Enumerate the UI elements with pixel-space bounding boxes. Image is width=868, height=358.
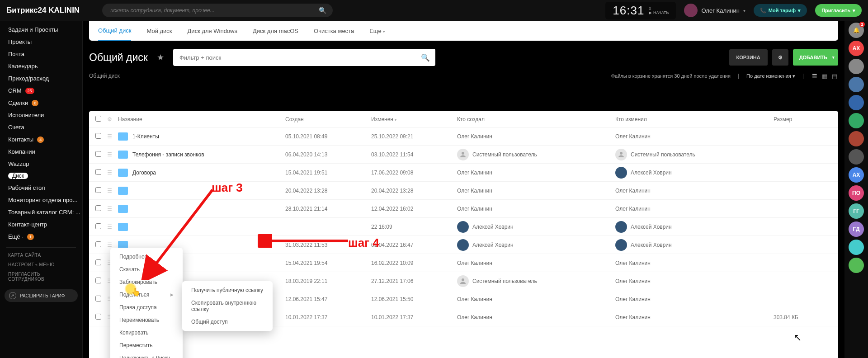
table-row[interactable]: ☰Телефония - записи звонков06.04.2020 14… xyxy=(89,146,838,164)
settings-button[interactable]: ⚙ xyxy=(772,49,788,66)
select-all-checkbox[interactable] xyxy=(95,116,101,122)
tab[interactable]: Общий диск xyxy=(98,21,131,41)
star-icon[interactable]: ★ xyxy=(157,52,164,62)
sidebar-item[interactable]: Компании xyxy=(0,146,82,158)
table-row[interactable]: ☰Договора15.04.2021 19:5117.06.2022 09:0… xyxy=(89,164,838,182)
sidebar-item[interactable]: Почта xyxy=(0,48,82,60)
tab[interactable]: Очистка места xyxy=(314,22,354,40)
drag-handle-icon[interactable]: ☰ xyxy=(107,151,118,158)
col-created[interactable]: Создан xyxy=(285,116,371,122)
rail-item[interactable]: ГД xyxy=(849,221,864,237)
sidebar-item[interactable]: Товарный каталог CRM: ... xyxy=(0,206,82,218)
context-item[interactable]: Получить публичную ссылку xyxy=(182,284,273,297)
rail-item[interactable]: ПО xyxy=(849,185,864,201)
global-search-input[interactable] xyxy=(102,4,333,17)
rail-item[interactable] xyxy=(849,258,864,273)
drag-handle-icon[interactable]: ☰ xyxy=(107,224,118,230)
drag-handle-icon[interactable]: ☰ xyxy=(107,133,118,140)
sidebar-item[interactable]: Счета xyxy=(0,121,82,133)
col-changed[interactable]: Изменен▾ xyxy=(371,116,457,122)
clock[interactable]: 16:31 2▶ НАЧАТЬ xyxy=(605,2,676,19)
sidebar-item[interactable]: Ещё ·1 xyxy=(0,231,82,243)
row-checkbox[interactable] xyxy=(95,151,101,157)
sidebar-item[interactable]: Wazzup xyxy=(0,158,82,170)
sidebar-item[interactable]: Задачи и Проекты xyxy=(0,24,82,36)
rail-item[interactable] xyxy=(849,240,864,255)
view-grid-icon[interactable]: ▦ xyxy=(821,72,828,80)
rail-item[interactable]: ГГ xyxy=(849,203,864,219)
context-item[interactable]: Скопировать внутреннюю ссылку xyxy=(182,297,273,316)
rail-item[interactable] xyxy=(849,149,864,165)
context-item[interactable]: Подробнее xyxy=(110,250,183,263)
row-checkbox[interactable] xyxy=(95,187,101,193)
context-item[interactable]: Поделиться▶ xyxy=(110,288,183,301)
sidebar-item[interactable]: Диск xyxy=(0,170,82,182)
view-tile-icon[interactable]: ▤ xyxy=(831,72,838,80)
sidebar-item[interactable]: Рабочий стол xyxy=(0,182,82,194)
rail-item[interactable] xyxy=(849,113,864,128)
table-row[interactable]: ☰22 16:09Алексей ХовринАлексей Ховрин xyxy=(89,218,838,236)
row-checkbox[interactable] xyxy=(95,133,101,139)
rail-item[interactable]: 🔔2 xyxy=(849,23,864,38)
table-row[interactable]: ☰28.10.2021 21:1412.04.2022 16:02Олег Ка… xyxy=(89,200,838,218)
trash-button[interactable]: КОРЗИНА xyxy=(729,49,768,66)
sidebar-mini-link[interactable]: КАРТА САЙТА xyxy=(0,250,82,260)
table-row[interactable]: ☰20.04.2022 13:2820.04.2022 13:28Олег Ка… xyxy=(89,182,838,200)
context-item[interactable]: Переместить xyxy=(110,339,183,352)
sidebar-item[interactable]: Мониторинг отдела про... xyxy=(0,194,82,206)
tariff-button[interactable]: 📞 Мой тариф ▾ xyxy=(754,4,807,17)
gear-icon[interactable]: ⚙ xyxy=(107,116,118,122)
invite-button[interactable]: Пригласить ▾ xyxy=(815,4,862,17)
sort-select[interactable]: По дате изменения ▾ xyxy=(746,73,795,79)
rail-item[interactable] xyxy=(849,95,864,110)
filter[interactable]: 🔍 xyxy=(173,49,435,66)
view-list-icon[interactable]: ☰ xyxy=(811,72,818,80)
tab[interactable]: Диск для Windows xyxy=(188,22,237,40)
context-item[interactable]: Заблокировать xyxy=(110,276,183,288)
rail-item[interactable] xyxy=(849,59,864,74)
row-checkbox[interactable] xyxy=(95,314,101,320)
tab[interactable]: Диск для macOS xyxy=(253,22,298,40)
drag-handle-icon[interactable]: ☰ xyxy=(107,170,118,176)
table-row[interactable]: ☰15.04.2021 19:5416.02.2022 10:09Олег Ка… xyxy=(89,254,838,272)
table-row[interactable]: ☰1-Клиенты05.10.2021 08:4925.10.2022 09:… xyxy=(89,127,838,146)
col-name[interactable]: Название xyxy=(118,116,285,122)
context-item[interactable]: Общий доступ xyxy=(182,316,273,328)
sidebar-mini-link[interactable]: ПРИГЛАСИТЬ СОТРУДНИКОВ xyxy=(0,269,82,284)
row-checkbox[interactable] xyxy=(95,259,101,265)
rail-item[interactable]: АХ xyxy=(849,41,864,56)
sidebar-item[interactable]: Календарь xyxy=(0,60,82,72)
sidebar-item[interactable]: Приход/расход xyxy=(0,72,82,85)
rail-item[interactable] xyxy=(849,77,864,92)
context-item[interactable]: Права доступа xyxy=(110,301,183,314)
tab[interactable]: Еще▾ xyxy=(369,22,385,40)
sidebar-item[interactable]: Контакты4 xyxy=(0,133,82,146)
rail-item[interactable]: АХ xyxy=(849,167,864,183)
add-button[interactable]: ДОБАВИТЬ xyxy=(793,49,838,66)
row-checkbox[interactable] xyxy=(95,169,101,175)
context-item[interactable]: Переименовать xyxy=(110,314,183,326)
user-menu[interactable]: Олег Калинин ▾ xyxy=(684,4,745,17)
context-item[interactable]: Скачать xyxy=(110,263,183,276)
col-who-changed[interactable]: Кто изменил xyxy=(615,116,774,122)
row-checkbox[interactable] xyxy=(95,296,101,301)
tab[interactable]: Мой диск xyxy=(146,22,172,40)
filter-input[interactable] xyxy=(173,49,435,66)
col-who-created[interactable]: Кто создал xyxy=(457,116,615,122)
sidebar-item[interactable]: Проекты xyxy=(0,36,82,48)
table-row[interactable]: ☰31.03.2022 11:5301.04.2022 16:47Алексей… xyxy=(89,236,838,254)
sidebar-item[interactable]: Исполнители xyxy=(0,109,82,121)
drag-handle-icon[interactable]: ☰ xyxy=(107,242,118,248)
drag-handle-icon[interactable]: ☰ xyxy=(107,206,118,212)
sidebar-item[interactable]: CRM25 xyxy=(0,85,82,97)
drag-handle-icon[interactable]: ☰ xyxy=(107,188,118,194)
expand-tariff-button[interactable]: ↗РАСШИРИТЬ ТАРИФ xyxy=(5,289,78,302)
context-item[interactable]: Копировать xyxy=(110,326,183,339)
col-size[interactable]: Размер xyxy=(774,116,828,122)
sidebar-mini-link[interactable]: НАСТРОИТЬ МЕНЮ xyxy=(0,260,82,269)
breadcrumb[interactable]: Общий диск xyxy=(89,73,120,79)
global-search[interactable]: 🔍 xyxy=(102,4,333,17)
sidebar-item[interactable]: Сделки8 xyxy=(0,97,82,109)
row-checkbox[interactable] xyxy=(95,241,101,247)
row-checkbox[interactable] xyxy=(95,205,101,211)
